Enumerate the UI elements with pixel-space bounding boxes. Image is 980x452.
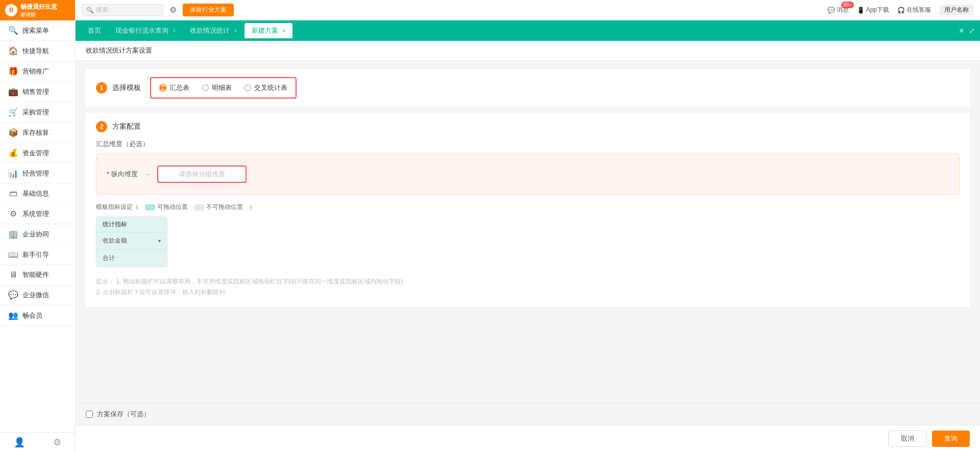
- radio-detail-label: 明细表: [212, 83, 232, 92]
- sidebar-item-sales[interactable]: 💼 销售管理: [0, 82, 75, 102]
- sidebar-item-quicknav[interactable]: 🏠 快捷导航: [0, 41, 75, 61]
- sidebar-item-system[interactable]: ⚙ 系统管理: [0, 204, 75, 224]
- enterprise-icon: 🏢: [8, 229, 18, 239]
- search-icon: 🔍: [8, 26, 18, 35]
- stat-indicator-label: 统计指标: [103, 220, 127, 229]
- indicator-title-text: 模板指标设定（: [96, 203, 139, 211]
- inventory-icon: 📦: [8, 128, 18, 137]
- sidebar-bottom-icon2[interactable]: ⚙: [53, 437, 61, 448]
- dimension-title: 汇总维度（必选）: [96, 139, 960, 149]
- draggable-color-box: [145, 204, 155, 210]
- sidebar-item-purchase[interactable]: 🛒 采购管理: [0, 102, 75, 123]
- query-button[interactable]: 查询: [932, 431, 970, 447]
- sidebar-item-member[interactable]: 👥 畅会员: [0, 305, 75, 326]
- total-label: 合计: [103, 254, 115, 261]
- sidebar-label-system: 系统管理: [22, 209, 49, 219]
- user-icon: 👤: [14, 437, 25, 448]
- tab-cashflow-close[interactable]: ×: [173, 28, 176, 34]
- sidebar-item-search[interactable]: 🔍 搜索菜单: [0, 20, 75, 41]
- sidebar-bottom: 👤 ⚙: [0, 432, 75, 452]
- notification-badge[interactable]: 💬 消息 99+: [827, 6, 849, 14]
- sidebar-label-wechat: 企业微信: [22, 291, 49, 300]
- cancel-button[interactable]: 取消: [888, 431, 927, 447]
- sidebar-label-basic: 基础信息: [22, 189, 49, 198]
- username-display: 用户名称: [939, 5, 974, 15]
- sidebar-label-purchase: 采购管理: [22, 108, 49, 117]
- vertical-label: * 纵向维度: [107, 170, 138, 179]
- sales-icon: 💼: [8, 87, 18, 97]
- sidebar-item-marketing[interactable]: 🎁 营销推广: [0, 61, 75, 82]
- tip-1: 提示： 1. 拖动标题栏可以调整布局，不可跨维度或指标区域拖动栏目字段(只能在同…: [96, 277, 960, 286]
- page-content: 收款情况统计方案设置 1 选择模板 汇总表: [76, 41, 980, 425]
- radio-cross-circle: [244, 84, 251, 91]
- hardware-icon: 🖥: [8, 270, 18, 279]
- topbar-search-box[interactable]: 🔍 搜索: [82, 4, 163, 16]
- close-paren: ）: [249, 203, 255, 211]
- indicator-note: 模板指标设定（ 可拖动位置 不可拖动位置 ）: [96, 203, 960, 211]
- settings-icon: ⚙: [53, 437, 61, 448]
- radio-detail[interactable]: 明细表: [202, 83, 232, 92]
- sidebar-item-guide[interactable]: 📖 新手引导: [0, 245, 75, 265]
- dimension-dropdown[interactable]: 请选择分组维度: [157, 165, 247, 183]
- tab-cashflow-label: 现金银行流水查询: [115, 26, 168, 35]
- tab-collection-close[interactable]: ×: [234, 28, 237, 34]
- tab-newplan-label: 新建方案: [252, 26, 278, 35]
- save-checkbox[interactable]: [86, 411, 93, 418]
- sidebar-item-enterprise[interactable]: 🏢 企业协同: [0, 224, 75, 245]
- page-title: 收款情况统计方案设置: [86, 46, 152, 54]
- draggable-label: 可拖动位置: [157, 203, 188, 211]
- sidebar-label-operations: 经营管理: [22, 169, 49, 178]
- legend-draggable: 可拖动位置: [145, 203, 188, 211]
- main-area: 🔍 搜索 ⚙ 体验行业方案 💬 消息 99+ 📱 App下载 🎧 在线客服 用户…: [76, 0, 980, 452]
- sidebar-bottom-icon1[interactable]: 👤: [14, 437, 25, 448]
- sidebar-item-inventory[interactable]: 📦 库存核算: [0, 123, 75, 143]
- sidebar-label-guide: 新手引导: [22, 250, 49, 259]
- radio-summary[interactable]: 汇总表: [159, 83, 189, 92]
- tab-home[interactable]: 首页: [81, 23, 108, 38]
- tab-newplan-close[interactable]: ×: [282, 28, 285, 34]
- sidebar-label-sales: 销售管理: [22, 87, 49, 97]
- indicator-table: 统计指标 收款金额 ▾ 合计: [96, 217, 167, 267]
- step2-badge: 2: [96, 121, 107, 132]
- tab-newplan[interactable]: 新建方案 ×: [244, 23, 292, 38]
- trial-btn[interactable]: 体验行业方案: [183, 4, 234, 16]
- sidebar-item-finance[interactable]: 💰 资金管理: [0, 143, 75, 163]
- save-label: 方案保存（可选）: [97, 410, 150, 419]
- sidebar-item-operations[interactable]: 📊 经营管理: [0, 163, 75, 184]
- close-window-icon[interactable]: ✕: [959, 27, 965, 35]
- total-cell: 合计: [96, 249, 167, 267]
- gear-icon[interactable]: ⚙: [169, 5, 177, 15]
- logo-text: 畅捷通好生意: [20, 3, 57, 11]
- tab-collection[interactable]: 收款情况统计 ×: [183, 23, 244, 38]
- expand-icon[interactable]: ⤢: [969, 27, 975, 35]
- operations-icon: 📊: [8, 169, 18, 178]
- service-link[interactable]: 🎧 在线客服: [897, 6, 931, 14]
- tab-collection-label: 收款情况统计: [190, 26, 230, 35]
- dimension-area: * 纵向维度 → 请选择分组维度: [96, 154, 960, 195]
- sidebar-item-hardware[interactable]: 🖥 智能硬件: [0, 265, 75, 285]
- guide-icon: 📖: [8, 250, 18, 259]
- sidebar-item-basic[interactable]: 🗃 基础信息: [0, 184, 75, 204]
- step2-header: 2 方案配置: [96, 121, 960, 132]
- sidebar-label-search: 搜索菜单: [22, 26, 49, 35]
- marketing-icon: 🎁: [8, 66, 18, 76]
- sidebar-label-enterprise: 企业协同: [22, 230, 49, 239]
- download-link[interactable]: 📱 App下载: [857, 6, 889, 14]
- action-bar: 取消 查询: [76, 425, 980, 452]
- tab-home-label: 首页: [88, 26, 101, 35]
- amount-cell[interactable]: 收款金额 ▾: [96, 232, 167, 249]
- vertical-dimension-row: * 纵向维度 → 请选择分组维度: [107, 165, 247, 183]
- tips-area: 提示： 1. 拖动标题栏可以调整布局，不可跨维度或指标区域拖动栏目字段(只能在同…: [96, 277, 960, 297]
- service-icon: 🎧: [897, 7, 905, 14]
- purchase-icon: 🛒: [8, 107, 18, 117]
- radio-cross[interactable]: 交叉统计表: [244, 83, 287, 92]
- sidebar-item-wechat[interactable]: 💬 企业微信: [0, 285, 75, 305]
- tab-cashflow[interactable]: 现金银行流水查询 ×: [108, 23, 183, 38]
- dimension-config: 汇总维度（必选） * 纵向维度 → 请选择分组维度: [96, 139, 960, 195]
- fixed-color-box: [194, 204, 204, 210]
- dimension-placeholder-text: 请选择分组维度: [179, 170, 225, 179]
- step2-label: 方案配置: [112, 122, 141, 131]
- download-label: App下载: [866, 6, 889, 14]
- topbar: 🔍 搜索 ⚙ 体验行业方案 💬 消息 99+ 📱 App下载 🎧 在线客服 用户…: [76, 0, 980, 20]
- home-icon: 🏠: [8, 46, 18, 56]
